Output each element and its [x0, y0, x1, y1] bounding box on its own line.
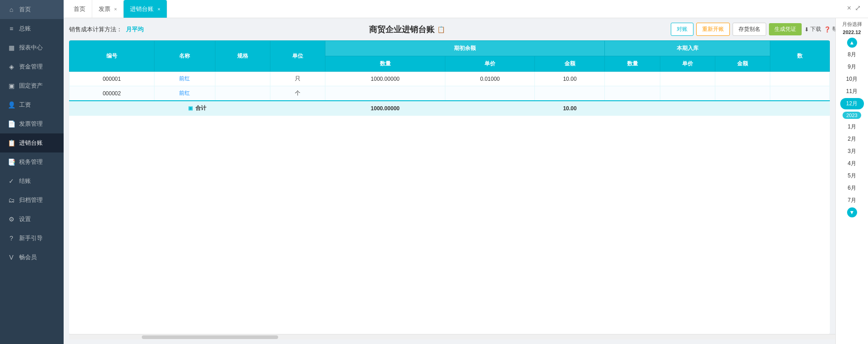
row1-spec	[215, 72, 270, 86]
row2-qi-price	[445, 86, 535, 101]
page-title-text: 商贸企业进销台账	[369, 24, 434, 35]
page-title: 商贸企业进销台账 📋	[369, 24, 445, 35]
window-controls: × ⤢	[847, 4, 861, 12]
sidebar-item-closing[interactable]: ✓ 结账	[0, 172, 64, 191]
sidebar-item-wages[interactable]: 👤 工资	[0, 95, 64, 114]
sidebar-item-home[interactable]: ⌂ 首页	[0, 0, 64, 19]
reconcile-button[interactable]: 对账	[671, 23, 693, 36]
month-item-8[interactable]: 8月	[840, 49, 863, 60]
row2-rk-price	[660, 86, 715, 101]
tab-jxtz-close[interactable]: ×	[157, 6, 160, 12]
row1-name: 前红	[154, 72, 215, 86]
sidebar-item-vip[interactable]: V 畅会员	[0, 248, 64, 267]
total-rk-price	[660, 101, 715, 116]
page-title-icon[interactable]: 📋	[437, 26, 445, 33]
row1-unit: 只	[270, 72, 325, 86]
generate-voucher-button[interactable]: 生成凭证	[769, 23, 802, 35]
sidebar-item-label: 进销台账	[19, 139, 43, 147]
sidebar-item-jxtz[interactable]: 📋 进销台账	[0, 133, 64, 152]
invoice-icon: 📄	[7, 120, 15, 128]
sidebar-item-label: 畅会员	[19, 253, 37, 261]
col-name-header: 名称	[154, 41, 215, 72]
sidebar-item-label: 新手引导	[19, 234, 43, 242]
main-table: 编号 名称 规格 单位 期初余额 本期入库 数 数量 单价 金额 数	[69, 40, 830, 116]
assets-icon: ▣	[7, 82, 15, 89]
tab-jxtz-label: 进销台账	[130, 5, 154, 13]
table-row: 000002 前红 个	[70, 86, 830, 101]
sidebar-item-label: 报表中心	[19, 44, 43, 52]
ruku-amount-header: 金额	[715, 56, 770, 72]
jxtz-icon: 📋	[7, 139, 15, 147]
horizontal-scrollbar[interactable]	[69, 334, 863, 339]
tax-icon: 📑	[7, 158, 15, 166]
tab-invoice-close[interactable]: ×	[114, 6, 117, 12]
sidebar-item-report[interactable]: ▦ 报表中心	[0, 38, 64, 57]
total-rk-qty	[605, 101, 660, 116]
sidebar-item-label: 总账	[19, 25, 31, 33]
settings-icon: ⚙	[7, 216, 15, 223]
row2-qi-qty	[325, 86, 445, 101]
tab-home[interactable]: 首页	[67, 0, 92, 18]
save-alias-button[interactable]: 存货别名	[733, 23, 766, 36]
month-item-4[interactable]: 4月	[840, 158, 863, 169]
row1-qi-qty: 1000.00000	[325, 72, 445, 86]
sidebar-item-settings[interactable]: ⚙ 设置	[0, 210, 64, 229]
cost-method: 销售成本计算方法： 月平均	[69, 25, 144, 34]
newbie-icon: ?	[7, 235, 15, 242]
table-row: 000001 前红 只 1000.00000 0.01000 10.00	[70, 72, 830, 86]
row2-rk-amount	[715, 86, 770, 101]
month-item-5[interactable]: 5月	[840, 170, 863, 182]
download-icon: ⬇	[804, 26, 809, 33]
sidebar-item-label: 工资	[19, 101, 31, 109]
month-item-1[interactable]: 1月	[840, 121, 863, 133]
sidebar-item-assets[interactable]: ▣ 固定资产	[0, 76, 64, 95]
row2-rk-qty	[605, 86, 660, 101]
row2-qi-amount	[535, 86, 605, 101]
group-qichu-header: 期初余额	[325, 41, 605, 56]
sidebar-item-label: 固定资产	[19, 82, 43, 90]
sidebar-item-funds[interactable]: ◈ 资金管理	[0, 57, 64, 76]
main-area: 首页 发票 × 进销台账 × 销售成本计算方法： 月平均 商贸企业进销台账 📋 …	[64, 0, 868, 344]
month-item-6[interactable]: 6月	[840, 182, 863, 194]
toolbar: 对账 重新开账 存货别名 生成凭证 ⬇ 下载 ❓ 帮助 ↻ 刷新	[671, 23, 863, 36]
month-item-9[interactable]: 9月	[840, 61, 863, 73]
month-item-12[interactable]: 12月	[840, 98, 863, 109]
total-qi-amount: 10.00	[535, 101, 605, 116]
month-item-10[interactable]: 10月	[840, 74, 863, 85]
tab-bar: 首页 发票 × 进销台账 ×	[64, 0, 868, 18]
window-maximize-button[interactable]: ⤢	[855, 4, 861, 12]
sidebar-item-archive[interactable]: 🗂 归档管理	[0, 191, 64, 210]
row2-id: 000002	[70, 86, 155, 101]
row2-name: 前红	[154, 86, 215, 101]
col-last-header: 数	[770, 41, 829, 72]
sidebar-item-ledger[interactable]: ≡ 总账	[0, 19, 64, 38]
row2-unit: 个	[270, 86, 325, 101]
month-item-7[interactable]: 7月	[840, 195, 863, 206]
download-button[interactable]: ⬇ 下载	[804, 25, 821, 33]
sidebar-item-tax[interactable]: 📑 税务管理	[0, 152, 64, 172]
sidebar-item-invoice[interactable]: 📄 发票管理	[0, 114, 64, 133]
total-qi-price	[445, 101, 535, 116]
qichu-price-header: 单价	[445, 56, 535, 72]
total-rk-amount	[715, 101, 770, 116]
reopen-button[interactable]: 重新开账	[696, 23, 730, 36]
sidebar-item-newbie[interactable]: ? 新手引导	[0, 229, 64, 248]
col-unit-header: 单位	[270, 41, 325, 72]
window-close-button[interactable]: ×	[847, 4, 851, 12]
top-row: 销售成本计算方法： 月平均 商贸企业进销台账 📋 对账 重新开账 存货别名 生成…	[69, 23, 863, 36]
month-item-3[interactable]: 3月	[840, 146, 863, 157]
tab-invoice[interactable]: 发票 ×	[92, 0, 124, 18]
total-qi-qty: 1000.00000	[325, 101, 445, 116]
month-nav-up[interactable]: ▲	[847, 40, 857, 48]
row1-rk-price	[660, 72, 715, 86]
vip-icon: V	[7, 254, 15, 261]
tab-jxtz[interactable]: 进销台账 ×	[124, 0, 167, 18]
archive-icon: 🗂	[7, 197, 15, 204]
month-item-11[interactable]: 11月	[840, 86, 863, 97]
month-nav-down[interactable]: ▼	[847, 207, 857, 217]
month-picker-panel: 月份选择 2022.12 ▲ 8月 9月 10月 11月 12月 2023 1月…	[835, 40, 863, 334]
month-item-2[interactable]: 2月	[840, 133, 863, 145]
ruku-price-header: 单价	[660, 56, 715, 72]
total-label: ▣ 合计	[70, 101, 325, 116]
home-icon: ⌂	[7, 6, 15, 13]
